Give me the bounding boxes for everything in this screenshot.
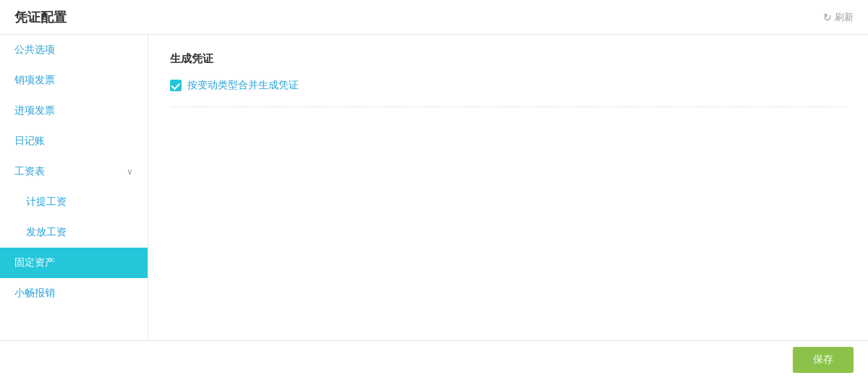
section-title: 生成凭证: [170, 52, 846, 66]
sidebar-item-label: 日记账: [14, 135, 45, 148]
header: 凭证配置 ↻ 刷新: [0, 0, 868, 35]
content-area: 生成凭证 按变动类型合并生成凭证: [148, 35, 868, 340]
sidebar-item-sales-invoice[interactable]: 销项发票: [0, 65, 148, 96]
sidebar-item-label: 进项发票: [14, 104, 55, 117]
sidebar-item-label: 工资表: [14, 165, 45, 178]
sidebar-item-fixed-assets[interactable]: 固定资产: [0, 248, 148, 278]
sidebar-item-expense[interactable]: 小畅报销: [0, 278, 148, 308]
merge-checkbox[interactable]: [170, 80, 182, 91]
divider: [170, 106, 846, 107]
sidebar-item-label: 销项发票: [14, 74, 55, 87]
sidebar-item-label: 计提工资: [26, 196, 67, 209]
sidebar-item-public[interactable]: 公共选项: [0, 35, 148, 65]
sidebar-item-label: 固定资产: [14, 256, 55, 269]
sidebar-item-label: 公共选项: [14, 43, 55, 56]
sidebar-item-payroll-issue[interactable]: 发放工资: [0, 217, 148, 248]
sidebar-item-purchase-invoice[interactable]: 进项发票: [0, 96, 148, 126]
footer: 保存: [0, 340, 868, 378]
refresh-button[interactable]: ↻ 刷新: [823, 11, 854, 24]
save-button[interactable]: 保存: [793, 347, 854, 373]
page-title: 凭证配置: [14, 9, 67, 26]
sidebar-item-commission[interactable]: 计提工资: [0, 187, 148, 217]
main-layout: 公共选项 销项发票 进项发票 日记账 工资表 ∨ 计提工资 发放工资 固定资产 …: [0, 35, 868, 340]
sidebar: 公共选项 销项发票 进项发票 日记账 工资表 ∨ 计提工资 发放工资 固定资产 …: [0, 35, 148, 340]
sidebar-item-journal[interactable]: 日记账: [0, 126, 148, 156]
sidebar-item-label: 发放工资: [26, 226, 67, 239]
checkbox-row: 按变动类型合并生成凭证: [170, 79, 846, 92]
chevron-down-icon: ∨: [127, 167, 133, 177]
sidebar-item-label: 小畅报销: [14, 287, 55, 300]
refresh-label: 刷新: [835, 11, 854, 24]
refresh-icon: ↻: [823, 12, 832, 23]
merge-checkbox-label: 按变动类型合并生成凭证: [187, 79, 299, 92]
sidebar-item-payroll[interactable]: 工资表 ∨: [0, 156, 148, 187]
